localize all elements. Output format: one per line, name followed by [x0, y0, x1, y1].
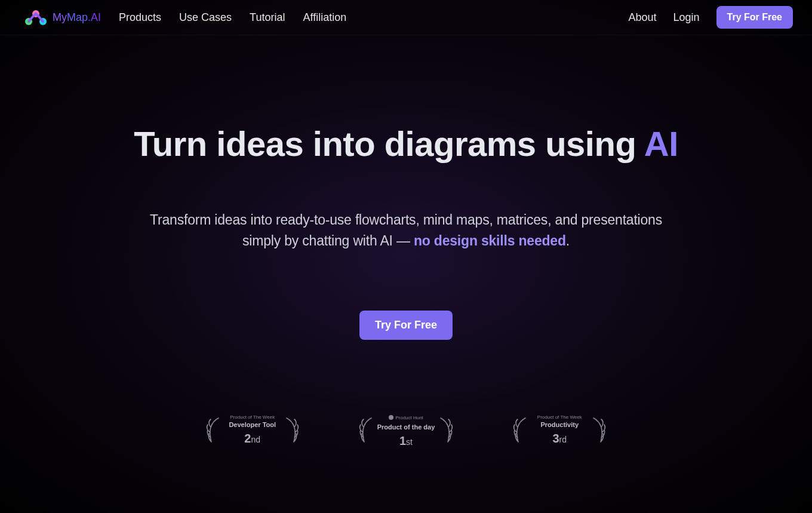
laurel-right-icon: [284, 416, 302, 444]
brand-logo[interactable]: MyMap.AI: [24, 8, 101, 26]
badge-line1: Product of The Week: [224, 414, 281, 420]
primary-nav: Products Use Cases Tutorial Affiliation: [119, 11, 346, 24]
badge-line1: Product Hunt: [389, 415, 423, 420]
product-hunt-icon: [389, 415, 393, 420]
site-header: MyMap.AI Products Use Cases Tutorial Aff…: [0, 0, 812, 35]
nav-tutorial[interactable]: Tutorial: [250, 11, 285, 24]
badge-line1: Product of The Week: [531, 414, 588, 420]
brand-name: MyMap.AI: [53, 11, 101, 24]
laurel-left-icon: [203, 416, 221, 444]
hero-section: Turn ideas into diagrams using AI Transf…: [0, 35, 812, 448]
award-badges: Product of The Week Developer Tool 2nd P…: [0, 411, 812, 448]
laurel-right-icon: [438, 416, 456, 444]
badge-productivity: Product of The Week Productivity 3rd: [510, 411, 609, 448]
hero-title: Turn ideas into diagrams using AI: [0, 125, 812, 163]
hero-subtitle: Transform ideas into ready-to-use flowch…: [131, 210, 681, 252]
hero-cta: Try For Free: [0, 311, 812, 340]
try-free-button-hero[interactable]: Try For Free: [359, 311, 453, 340]
nav-affiliation[interactable]: Affiliation: [303, 11, 346, 24]
badge-rank: 1st: [377, 434, 435, 448]
badge-developer-tool: Product of The Week Developer Tool 2nd: [203, 411, 302, 448]
badge-product-hunt: Product Hunt Product of the day 1st: [356, 411, 457, 448]
badge-rank: 3rd: [531, 432, 588, 446]
badge-line2: Developer Tool: [224, 421, 281, 428]
header-right: About Login Try For Free: [628, 6, 793, 29]
laurel-left-icon: [510, 416, 528, 444]
nav-products[interactable]: Products: [119, 11, 161, 24]
header-left: MyMap.AI Products Use Cases Tutorial Aff…: [24, 8, 346, 26]
nav-login[interactable]: Login: [673, 11, 699, 24]
nav-use-cases[interactable]: Use Cases: [179, 11, 232, 24]
badge-line2: Productivity: [531, 421, 588, 428]
badge-rank: 2nd: [224, 432, 281, 446]
laurel-left-icon: [356, 416, 374, 444]
badge-line2: Product of the day: [377, 423, 435, 431]
logo-icon: [24, 8, 48, 26]
laurel-right-icon: [591, 416, 609, 444]
try-free-button-header[interactable]: Try For Free: [716, 6, 793, 29]
nav-about[interactable]: About: [628, 11, 656, 24]
